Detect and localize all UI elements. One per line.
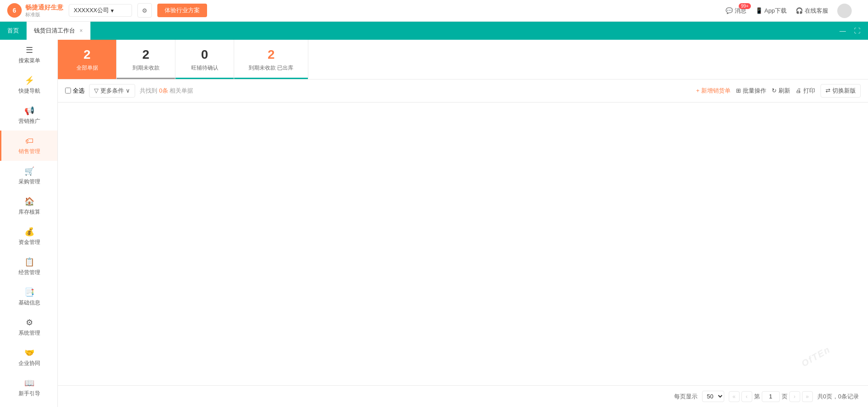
toolbar-left: 全选 ▽ 更多条件 ∨ 共找到 0条 相关单据 <box>65 84 193 98</box>
batch-op-button[interactable]: ⊞ 批量操作 <box>736 87 766 95</box>
tab-maximize-button[interactable]: ⛶ <box>852 25 863 36</box>
content-area: 2 全部单据 2 到期未收款 0 旺辅待确认 2 到期未收款 已出库 <box>58 40 868 407</box>
print-label: 打印 <box>803 87 815 95</box>
sidebar-label-sys-mgmt: 系统管理 <box>19 329 40 337</box>
experience-button[interactable]: 体验行业方案 <box>157 4 207 17</box>
toolbar: 全选 ▽ 更多条件 ∨ 共找到 0条 相关单据 + 新增销货单 ⊞ <box>58 80 868 103</box>
stat-card-wangfu[interactable]: 0 旺辅待确认 <box>175 40 234 79</box>
page-number-input[interactable]: 1 <box>762 391 780 402</box>
sidebar-item-base-info[interactable]: 📑 基础信息 <box>0 282 57 312</box>
sidebar-item-purchase-mgmt[interactable]: 🛒 采购管理 <box>0 161 57 191</box>
stat-number-overdue: 2 <box>142 47 150 62</box>
sidebar-item-fund-mgmt[interactable]: 💰 资金管理 <box>0 221 57 252</box>
notification-button[interactable]: 💬 消息 99+ <box>726 7 746 15</box>
first-page-button[interactable]: « <box>729 391 740 402</box>
select-all-label: 全选 <box>73 87 85 95</box>
settings-button[interactable]: ⚙ <box>137 3 152 18</box>
sales-icon: 🏷 <box>24 136 34 146</box>
tab-home[interactable]: 首页 <box>0 22 27 40</box>
base-info-icon: 📑 <box>24 287 34 297</box>
tab-home-label: 首页 <box>7 27 19 35</box>
next-page-button[interactable]: › <box>789 391 800 402</box>
batch-label: 批量操作 <box>743 87 766 95</box>
stat-number-shipped: 2 <box>268 47 275 62</box>
pagination-bar: 每页显示 50 « ‹ 第 1 页 › » 共0页，0条记录 <box>58 385 868 407</box>
sidebar-item-search-menu[interactable]: ☰ 搜索菜单 <box>0 40 57 70</box>
sidebar-item-sys-mgmt[interactable]: ⚙ 系统管理 <box>0 312 57 342</box>
stat-label-wangfu: 旺辅待确认 <box>191 64 218 72</box>
select-all-input[interactable] <box>65 88 71 94</box>
found-text: 共找到 0条 相关单据 <box>140 87 193 95</box>
sidebar-label-purchase-mgmt: 采购管理 <box>19 178 40 186</box>
logo-area: 6 畅捷通好生意 标准版 <box>7 3 63 18</box>
stat-number-all: 2 <box>84 47 91 62</box>
corp-collab-icon: 🤝 <box>24 348 34 358</box>
tab-workbench[interactable]: 钱货日清工作台 × <box>27 22 90 40</box>
refresh-button[interactable]: ↻ 刷新 <box>772 87 790 95</box>
page-suffix: 页 <box>782 393 788 401</box>
stat-card-overdue[interactable]: 2 到期未收款 <box>117 40 175 79</box>
sidebar-label-corp-collab: 企业协同 <box>19 360 40 367</box>
last-page-button[interactable]: » <box>802 391 813 402</box>
sidebar-item-inventory[interactable]: 🏠 库存核算 <box>0 191 57 221</box>
tab-minimize-button[interactable]: — <box>837 25 848 36</box>
sidebar-item-biz-mgmt[interactable]: 📋 经营管理 <box>0 252 57 282</box>
sidebar-item-quick-nav[interactable]: ⚡ 快捷导航 <box>0 70 57 100</box>
sidebar-label-fund-mgmt: 资金管理 <box>19 239 40 246</box>
filter-button[interactable]: ▽ 更多条件 ∨ <box>89 84 135 98</box>
header-right: 💬 消息 99+ 📱 App下载 🎧 在线客服 <box>726 4 861 18</box>
quick-nav-icon: ⚡ <box>24 75 34 85</box>
avatar[interactable] <box>837 4 852 18</box>
top-header: 6 畅捷通好生意 标准版 XXXXXX公司 ▾ ⚙ 体验行业方案 💬 消息 99… <box>0 0 868 22</box>
sidebar-item-guide[interactable]: 📖 新手引导 <box>0 373 57 403</box>
page-nav: « ‹ 第 1 页 › » <box>729 391 813 402</box>
fund-icon: 💰 <box>24 227 34 237</box>
logo-text: 畅捷通好生意 标准版 <box>25 3 63 18</box>
table-area <box>58 103 868 385</box>
add-icon: + 新增销货单 <box>696 87 731 95</box>
stat-underline-shipped <box>234 78 308 79</box>
guide-icon: 📖 <box>24 378 34 388</box>
stat-card-shipped[interactable]: 2 到期未收款 已出库 <box>234 40 308 79</box>
select-all-checkbox[interactable]: 全选 <box>65 87 85 95</box>
switch-label: 切换新版 <box>832 87 856 95</box>
print-button[interactable]: 🖨 打印 <box>796 87 815 95</box>
stat-label-all: 全部单据 <box>76 64 98 72</box>
sidebar: ☰ 搜索菜单 ⚡ 快捷导航 📢 营销推广 🏷 销售管理 🛒 采购管理 🏠 库存核… <box>0 40 58 407</box>
tab-bar-right: — ⛶ <box>832 22 868 40</box>
sidebar-item-app-center[interactable]: 📦 应用中心 <box>0 403 57 407</box>
gear-icon: ⚙ <box>142 7 147 14</box>
switch-icon: ⇄ <box>826 87 830 94</box>
notification-badge: 99+ <box>739 3 751 9</box>
stat-label-overdue: 到期未收款 <box>132 64 160 72</box>
brand-version: 标准版 <box>25 11 63 18</box>
search-menu-icon: ☰ <box>24 45 34 55</box>
sidebar-item-sales-mgmt[interactable]: 🏷 销售管理 <box>0 131 57 161</box>
stat-card-all[interactable]: 2 全部单据 <box>58 40 117 79</box>
found-prefix: 共找到 <box>140 87 157 94</box>
filter-label: 更多条件 <box>100 87 124 95</box>
total-info: 共0页，0条记录 <box>817 393 859 401</box>
service-icon: 🎧 <box>796 7 803 14</box>
stat-number-wangfu: 0 <box>201 47 208 62</box>
tab-bar: 首页 钱货日清工作台 × — ⛶ <box>0 22 868 40</box>
company-selector[interactable]: XXXXXX公司 ▾ <box>69 4 132 17</box>
marketing-icon: 📢 <box>24 106 34 116</box>
filter-icon: ▽ <box>94 87 99 94</box>
page-size-select[interactable]: 50 <box>702 391 724 402</box>
switch-version-button[interactable]: ⇄ 切换新版 <box>821 84 861 98</box>
tab-close-icon[interactable]: × <box>80 28 83 34</box>
sidebar-item-corp-collab[interactable]: 🤝 企业协同 <box>0 342 57 373</box>
download-icon: 📱 <box>755 7 763 14</box>
refresh-icon: ↻ <box>772 87 777 94</box>
dropdown-icon: ▾ <box>111 7 114 14</box>
sidebar-item-marketing[interactable]: 📢 营销推广 <box>0 100 57 131</box>
app-download-button[interactable]: 📱 App下载 <box>755 7 787 15</box>
prev-page-button[interactable]: ‹ <box>741 391 752 402</box>
add-sale-order-button[interactable]: + 新增销货单 <box>696 87 731 95</box>
refresh-label: 刷新 <box>778 87 790 95</box>
sidebar-label-guide: 新手引导 <box>19 390 40 398</box>
filter-chevron-icon: ∨ <box>126 87 130 94</box>
online-service-button[interactable]: 🎧 在线客服 <box>796 7 828 15</box>
found-count: 0条 <box>159 87 168 94</box>
